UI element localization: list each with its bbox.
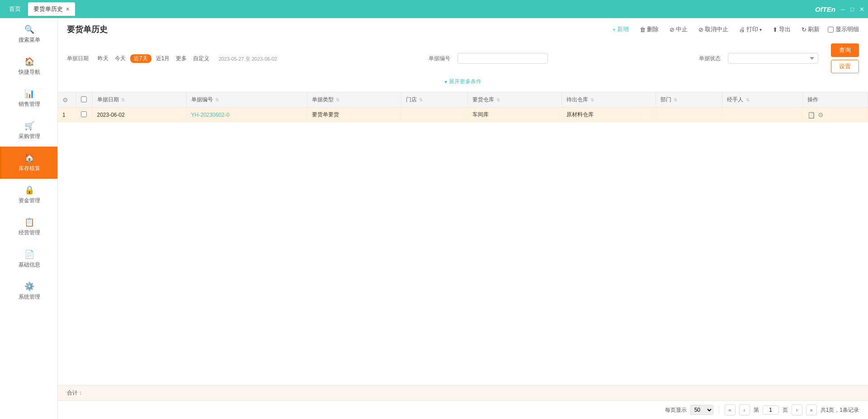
page-number-input[interactable] bbox=[763, 405, 779, 414]
settings-button[interactable]: 设置 bbox=[831, 60, 859, 73]
print-icon: 🖨 bbox=[739, 26, 745, 33]
doc-number-input[interactable] bbox=[458, 53, 548, 64]
sidebar-item-inventory[interactable]: 🏠 库存核算 bbox=[0, 147, 57, 179]
search-menu-icon: 🔍 bbox=[24, 24, 34, 34]
tab-requisition-history[interactable]: 要货单历史 ✕ bbox=[28, 2, 75, 16]
window-maximize[interactable]: □ bbox=[850, 6, 854, 13]
col-checkbox bbox=[76, 92, 92, 108]
date-shortcut-1month[interactable]: 近1月 bbox=[154, 54, 172, 63]
sidebar-item-finance[interactable]: 🔒 资金管理 bbox=[0, 179, 57, 211]
tab-home[interactable]: 首页 bbox=[4, 2, 26, 16]
refresh-button[interactable]: ↻ 刷新 bbox=[799, 24, 822, 35]
doc-number-link[interactable]: YH-20230602-0 bbox=[191, 112, 230, 118]
sort-pending-warehouse-icon[interactable]: ⇅ bbox=[590, 97, 594, 102]
date-shortcut-today[interactable]: 今天 bbox=[113, 54, 127, 63]
basic-info-icon: 📄 bbox=[24, 249, 34, 259]
last-page-button[interactable]: » bbox=[806, 405, 817, 415]
row-action-settings-icon[interactable]: ⚙ bbox=[818, 111, 824, 119]
cancel-stop-label: 取消中止 bbox=[705, 25, 728, 33]
pagination-divider bbox=[719, 405, 719, 414]
export-button[interactable]: ⬆ 导出 bbox=[770, 24, 793, 35]
footer-summary: 合计： bbox=[58, 385, 868, 400]
sort-doc-type-icon[interactable]: ⇅ bbox=[336, 97, 340, 102]
date-shortcut-7days[interactable]: 近7天 bbox=[130, 54, 151, 63]
date-shortcut-custom[interactable]: 自定义 bbox=[191, 54, 211, 63]
sidebar-item-search-menu[interactable]: 🔍 搜索菜单 bbox=[0, 18, 57, 50]
row-req-warehouse: 车间库 bbox=[468, 108, 562, 122]
date-shortcut-more[interactable]: 更多 bbox=[174, 54, 189, 63]
status-select[interactable] bbox=[728, 53, 818, 64]
date-shortcut-yesterday[interactable]: 昨天 bbox=[96, 54, 110, 63]
sort-req-warehouse-icon[interactable]: ⇅ bbox=[496, 97, 500, 102]
new-button[interactable]: + 新增 bbox=[609, 24, 632, 35]
sort-department-icon[interactable]: ⇅ bbox=[674, 97, 677, 102]
sidebar-item-basic-info[interactable]: 📄 基础信息 bbox=[0, 243, 57, 275]
show-detail-checkbox[interactable] bbox=[828, 27, 834, 33]
sidebar-item-purchase-mgmt-label: 采购管理 bbox=[19, 133, 40, 140]
refresh-icon: ↻ bbox=[802, 26, 807, 33]
row-doc-type: 要货单要货 bbox=[307, 108, 401, 122]
operations-icon: 📋 bbox=[24, 217, 34, 227]
content: 要货单历史 + 新增 🗑 删除 ⊘ 中止 ⊘ bbox=[58, 18, 868, 419]
delete-label: 删除 bbox=[647, 25, 659, 33]
sort-handler-icon[interactable]: ⇅ bbox=[746, 97, 750, 102]
col-action: 操作 bbox=[803, 92, 868, 108]
tab-requisition-history-label: 要货单历史 bbox=[33, 5, 63, 13]
row-store bbox=[401, 108, 467, 122]
pagination-bar: 每页显示 50 10 20 100 « ‹ 第 页 › » 共1页，1条记录 bbox=[58, 400, 868, 419]
row-doc-date: 2023-06-02 bbox=[92, 108, 186, 122]
per-page-label: 每页显示 bbox=[665, 406, 687, 414]
first-page-button[interactable]: « bbox=[725, 405, 736, 415]
tab-home-label: 首页 bbox=[9, 5, 21, 13]
cancel-stop-button[interactable]: ⊘ 取消中止 bbox=[696, 24, 731, 35]
prev-page-button[interactable]: ‹ bbox=[739, 405, 750, 415]
sidebar-item-quick-nav[interactable]: 🏠 快捷导航 bbox=[0, 50, 57, 82]
toolbar: + 新增 🗑 删除 ⊘ 中止 ⊘ 取消中止 bbox=[609, 24, 859, 35]
sidebar-item-system-mgmt[interactable]: ⚙️ 系统管理 bbox=[0, 275, 57, 307]
sidebar-item-system-mgmt-label: 系统管理 bbox=[19, 293, 40, 301]
window-minimize[interactable]: ─ bbox=[841, 6, 845, 13]
per-page-select[interactable]: 50 10 20 100 bbox=[690, 405, 713, 415]
expand-more-button[interactable]: ▾ 展开更多条件 bbox=[67, 76, 859, 87]
query-button[interactable]: 查询 bbox=[831, 43, 859, 57]
row-doc-number: YH-20230602-0 bbox=[186, 108, 307, 122]
summary-label: 合计： bbox=[67, 390, 83, 396]
row-action-view-icon[interactable]: 📋 bbox=[807, 111, 815, 119]
tab-close-icon[interactable]: ✕ bbox=[66, 6, 70, 12]
print-button[interactable]: 🖨 打印 ▾ bbox=[736, 24, 764, 35]
sidebar-item-inventory-label: 库存核算 bbox=[19, 165, 40, 172]
sidebar-item-purchase-mgmt[interactable]: 🛒 采购管理 bbox=[0, 114, 57, 147]
table-header-row: ⚙ 单据日期 ⇅ 单据编号 ⇅ bbox=[58, 92, 868, 108]
date-shortcuts: 昨天 今天 近7天 近1月 更多 自定义 bbox=[96, 54, 211, 63]
brand-label: OfTEn bbox=[815, 5, 835, 13]
column-settings-icon[interactable]: ⚙ bbox=[62, 96, 68, 104]
stop-button[interactable]: ⊘ 中止 bbox=[667, 24, 690, 35]
row-select-checkbox[interactable] bbox=[81, 111, 87, 117]
expand-chevron-icon: ▾ bbox=[444, 79, 447, 85]
sales-mgmt-icon: 📊 bbox=[24, 89, 34, 99]
window-close[interactable]: ✕ bbox=[859, 6, 864, 13]
col-handler: 经手人 ⇅ bbox=[722, 92, 803, 108]
data-table: ⚙ 单据日期 ⇅ 单据编号 ⇅ bbox=[58, 92, 868, 122]
sort-store-icon[interactable]: ⇅ bbox=[419, 97, 423, 102]
sort-doc-date-icon[interactable]: ⇅ bbox=[121, 97, 125, 102]
delete-button[interactable]: 🗑 删除 bbox=[637, 24, 661, 35]
print-label: 打印 bbox=[746, 25, 758, 33]
col-department: 部门 ⇅ bbox=[656, 92, 722, 108]
top-bar: 首页 要货单历史 ✕ OfTEn ─ □ ✕ bbox=[0, 0, 868, 18]
sort-doc-number-icon[interactable]: ⇅ bbox=[215, 97, 219, 102]
row-actions: 📋 ⚙ bbox=[803, 108, 868, 122]
page-label: 第 bbox=[754, 406, 759, 414]
sidebar-item-sales-mgmt[interactable]: 📊 销售管理 bbox=[0, 82, 57, 114]
select-all-checkbox[interactable] bbox=[81, 96, 87, 102]
col-doc-number: 单据编号 ⇅ bbox=[186, 92, 307, 108]
stop-icon: ⊘ bbox=[670, 26, 675, 33]
sidebar-item-operations[interactable]: 📋 经营管理 bbox=[0, 211, 57, 243]
row-handler bbox=[722, 108, 803, 122]
delete-icon: 🗑 bbox=[640, 26, 646, 33]
cancel-stop-icon: ⊘ bbox=[698, 26, 703, 33]
new-icon: + bbox=[612, 26, 616, 33]
refresh-label: 刷新 bbox=[808, 25, 820, 33]
next-page-button[interactable]: › bbox=[792, 405, 802, 415]
page-header: 要货单历史 + 新增 🗑 删除 ⊘ 中止 ⊘ bbox=[58, 18, 868, 92]
